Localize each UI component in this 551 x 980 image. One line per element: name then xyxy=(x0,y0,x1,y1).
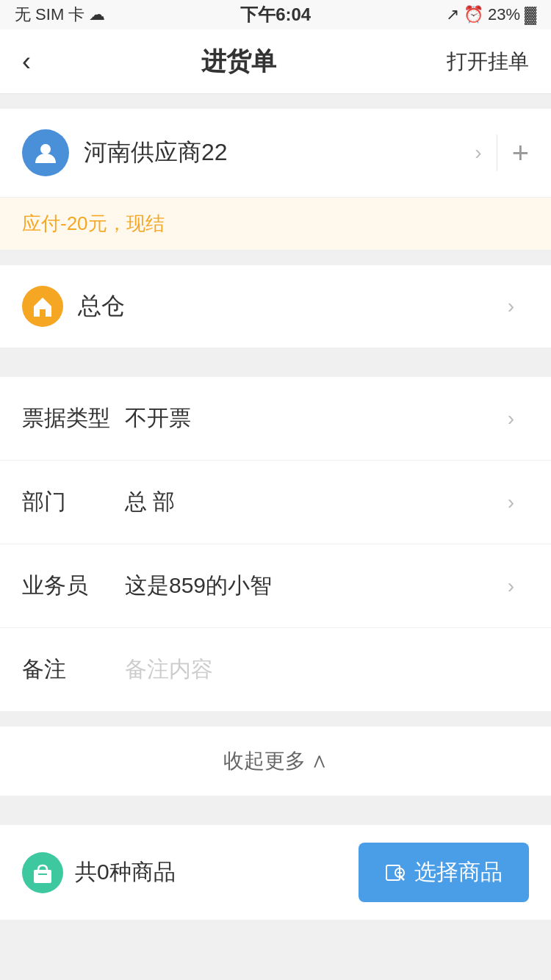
salesperson-chevron-icon: › xyxy=(508,574,514,598)
add-supplier-button[interactable]: + xyxy=(512,137,529,170)
collapse-row[interactable]: 收起更多 ∧ xyxy=(0,726,551,796)
collapse-text: 收起更多 ∧ xyxy=(223,747,328,775)
carrier-text: 无 SIM 卡 ☁ xyxy=(15,4,105,26)
warehouse-row[interactable]: 总仓 › xyxy=(0,264,551,347)
department-chevron-icon: › xyxy=(508,491,514,514)
supplier-name: 河南供应商22 xyxy=(84,137,475,169)
status-right: ↗ ⏰ 23% ▓ xyxy=(446,5,536,24)
divider-bottom xyxy=(0,796,551,810)
supplier-chevron-icon: › xyxy=(475,141,481,165)
warehouse-chevron-icon: › xyxy=(508,295,514,318)
supplier-row[interactable]: 河南供应商22 › + xyxy=(0,109,551,198)
invoice-type-label: 票据类型 xyxy=(22,403,125,433)
open-pending-button[interactable]: 打开挂单 xyxy=(447,48,529,76)
battery-text: 23% xyxy=(488,5,520,24)
invoice-type-value: 不开票 xyxy=(125,403,508,433)
location-icon: ↗ xyxy=(446,5,459,24)
product-count-text: 共0种商品 xyxy=(75,857,176,887)
divider-mid2 xyxy=(0,347,551,362)
salesperson-value: 这是859的小智 xyxy=(125,571,508,601)
bag-icon xyxy=(31,861,54,884)
status-bar: 无 SIM 卡 ☁ 下午6:04 ↗ ⏰ 23% ▓ xyxy=(0,0,551,29)
svg-rect-1 xyxy=(40,309,46,317)
svg-point-0 xyxy=(40,144,51,154)
divider-mid1 xyxy=(0,250,551,264)
status-left: 无 SIM 卡 ☁ xyxy=(15,4,105,26)
remark-row[interactable]: 备注 备注内容 xyxy=(0,628,551,711)
battery-icon: ▓ xyxy=(525,5,536,24)
alarm-icon: ⏰ xyxy=(464,5,483,24)
warehouse-section: 总仓 › xyxy=(0,264,551,347)
nav-bar: ‹ 进货单 打开挂单 xyxy=(0,29,551,94)
salesperson-row[interactable]: 业务员 这是859的小智 › xyxy=(0,544,551,628)
supplier-notice: 应付-20元，现结 xyxy=(0,198,551,250)
svg-rect-2 xyxy=(34,870,51,883)
supplier-section: 河南供应商22 › + 应付-20元，现结 xyxy=(0,109,551,250)
invoice-type-row[interactable]: 票据类型 不开票 › xyxy=(0,377,551,461)
select-product-icon xyxy=(385,862,406,883)
product-count-area: 共0种商品 xyxy=(22,852,176,893)
department-row[interactable]: 部门 总 部 › xyxy=(0,461,551,544)
remark-label: 备注 xyxy=(22,655,125,685)
form-section: 票据类型 不开票 › 部门 总 部 › 业务员 这是859的小智 › 备注 备注… xyxy=(0,377,551,711)
divider-top xyxy=(0,94,551,109)
add-divider xyxy=(497,134,497,171)
warehouse-name: 总仓 xyxy=(78,290,508,323)
department-value: 总 部 xyxy=(125,487,508,517)
person-icon xyxy=(32,140,59,166)
main-background xyxy=(0,920,551,980)
back-button[interactable]: ‹ xyxy=(22,46,31,77)
product-icon xyxy=(22,852,63,893)
remark-placeholder: 备注内容 xyxy=(125,655,529,685)
salesperson-label: 业务员 xyxy=(22,571,125,601)
supplier-avatar xyxy=(22,129,69,176)
bottom-bar: 共0种商品 选择商品 xyxy=(0,825,551,920)
select-product-button[interactable]: 选择商品 xyxy=(359,843,529,902)
home-icon xyxy=(31,295,54,318)
department-label: 部门 xyxy=(22,487,125,517)
warehouse-icon xyxy=(22,286,63,327)
select-product-label: 选择商品 xyxy=(414,857,503,887)
invoice-chevron-icon: › xyxy=(508,407,514,430)
status-time: 下午6:04 xyxy=(240,3,311,26)
page-title: 进货单 xyxy=(201,45,276,79)
